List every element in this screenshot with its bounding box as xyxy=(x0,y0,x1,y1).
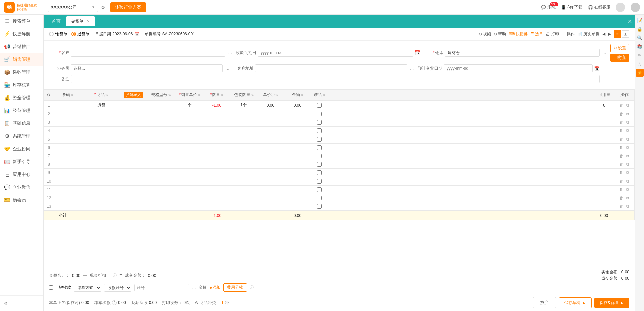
expense-help-icon[interactable]: ⓘ xyxy=(250,285,254,290)
account-select[interactable]: 收款账号 xyxy=(104,284,131,292)
delete-icon-3[interactable]: 🗑 xyxy=(619,128,623,133)
select-link[interactable]: ☰ 选单 xyxy=(530,31,543,37)
sidebar-item-guide[interactable]: 📖 新手引导 xyxy=(0,155,43,168)
sort-pack-icon[interactable]: ⇅ xyxy=(251,93,254,97)
delete-icon-9[interactable]: 🗑 xyxy=(619,179,623,184)
copy-icon-7[interactable]: ⧉ xyxy=(626,162,629,167)
operate-link[interactable]: ⋯ 操作 xyxy=(562,31,575,37)
delete-icon-12[interactable]: 🗑 xyxy=(619,204,623,209)
gift-checkbox-6[interactable] xyxy=(317,154,322,158)
prev-icon[interactable]: ◀ xyxy=(602,32,605,36)
copy-icon-2[interactable]: ⧉ xyxy=(626,120,629,125)
customer-addr-input[interactable] xyxy=(255,64,407,72)
copy-icon-8[interactable]: ⧉ xyxy=(626,170,629,175)
avatar2[interactable] xyxy=(631,3,640,12)
delete-icon-10[interactable]: 🗑 xyxy=(619,187,623,192)
radio-sale-order[interactable]: 销货单 xyxy=(49,31,67,37)
copy-icon-12[interactable]: ⧉ xyxy=(626,204,629,209)
sidebar-item-wechat[interactable]: 💬 企业微信 xyxy=(0,181,43,194)
sidebar-item-basics[interactable]: 📋 基础信息 xyxy=(0,117,43,130)
delete-icon-4[interactable]: 🗑 xyxy=(619,137,623,142)
copy-icon-5[interactable]: ⧉ xyxy=(626,145,629,150)
receive-date-input[interactable] xyxy=(258,49,413,57)
gift-checkbox-9[interactable] xyxy=(317,179,322,184)
copy-icon-1[interactable]: ⧉ xyxy=(626,112,629,116)
deficit-help-icon[interactable]: ? xyxy=(112,300,117,305)
gift-checkbox-2[interactable] xyxy=(317,120,322,125)
sort-unit-icon[interactable]: ⇅ xyxy=(198,93,200,97)
customer-more-btn[interactable]: … xyxy=(227,50,233,55)
messages-button[interactable]: 💬 消息 99+ xyxy=(541,4,556,10)
sidebar-item-inventory[interactable]: 🏪 库存核算 xyxy=(0,79,43,91)
remark-input[interactable] xyxy=(71,75,600,83)
sidebar-item-marketing[interactable]: 📢 营销推广 xyxy=(0,40,43,53)
one-click-pay-checkbox[interactable]: 一键收款 xyxy=(49,285,71,290)
gift-checkbox-8[interactable] xyxy=(317,170,322,175)
trial-button[interactable]: 体验行业方案 xyxy=(110,2,146,12)
form-settings-btn[interactable]: ⚙ 设置 xyxy=(610,44,629,52)
view-grid-btn[interactable]: ⊞ xyxy=(622,30,629,38)
right-tool-search[interactable]: 🔍 xyxy=(636,34,644,42)
sort-barcode-icon[interactable]: ⇅ xyxy=(71,93,73,97)
delete-icon-2[interactable]: 🗑 xyxy=(619,120,623,125)
sort-spec-icon[interactable]: ⇅ xyxy=(168,93,171,97)
copy-icon-3[interactable]: ⧉ xyxy=(626,128,629,133)
sidebar-item-quick-nav[interactable]: ⚡ 快捷导航 xyxy=(0,28,43,40)
delete-icon-11[interactable]: 🗑 xyxy=(619,196,623,200)
video-link[interactable]: ⊙ 视频 xyxy=(479,31,491,37)
sort-gift-icon[interactable]: ⇅ xyxy=(323,93,325,97)
right-tool-book[interactable]: 📚 xyxy=(636,42,644,50)
draft-button[interactable]: 保存草稿 ▲ xyxy=(559,297,592,308)
receive-date-calendar-icon[interactable]: 📅 xyxy=(415,50,420,55)
avatar[interactable] xyxy=(616,3,625,12)
gift-checkbox-7[interactable] xyxy=(317,162,322,167)
delete-icon-5[interactable]: 🗑 xyxy=(619,145,623,150)
sort-qty-icon[interactable]: ⇅ xyxy=(221,93,223,97)
delete-icon-6[interactable]: 🗑 xyxy=(619,154,623,158)
gift-checkbox-0[interactable] xyxy=(317,103,322,108)
tab-sale-order[interactable]: 销货单 ✕ xyxy=(66,16,95,26)
right-tool-edit[interactable]: ✏ xyxy=(636,51,644,59)
right-tool-note[interactable]: 📝 xyxy=(636,16,644,24)
sidebar-item-membership[interactable]: 🎫 畅会员 xyxy=(0,194,43,206)
sidebar-item-purchase[interactable]: 📦 采购管理 xyxy=(0,66,43,79)
warehouse-input[interactable] xyxy=(445,49,599,57)
calendar-icon[interactable]: 📅 xyxy=(134,32,139,36)
sort-amount-icon[interactable]: ⇅ xyxy=(301,93,303,97)
salesperson-more-btn[interactable]: … xyxy=(224,66,231,71)
app-download-button[interactable]: 📱 App下载 xyxy=(561,4,582,10)
add-payment-btn[interactable]: ● 添加 xyxy=(210,285,221,290)
copy-icon-9[interactable]: ⧉ xyxy=(626,179,629,184)
customer-addr-more-btn[interactable]: … xyxy=(409,66,415,71)
delete-icon-0[interactable]: 🗑 xyxy=(619,103,623,108)
tab-close-icon[interactable]: ✕ xyxy=(87,19,90,23)
copy-icon-10[interactable]: ⧉ xyxy=(626,187,629,192)
right-tool-star[interactable]: ☆ xyxy=(636,60,644,68)
sidebar-settings-button[interactable]: ⚙ xyxy=(0,298,43,308)
gift-checkbox-12[interactable] xyxy=(317,204,322,209)
copy-icon-4[interactable]: ⧉ xyxy=(626,137,629,142)
gift-checkbox-5[interactable] xyxy=(317,145,322,150)
gift-checkbox-10[interactable] xyxy=(317,187,322,192)
sidebar-item-enterprise[interactable]: 🤝 企业协同 xyxy=(0,143,43,155)
sidebar-item-apps[interactable]: 🖥 应用中心 xyxy=(0,168,43,181)
copy-icon-0[interactable]: ⧉ xyxy=(626,103,629,108)
sidebar-item-search[interactable]: ☰ 搜索菜单 xyxy=(0,15,43,28)
table-scroll[interactable]: ⚙ 条码⇅ *商品⇅ 扫码录入 规格型号⇅ *销售单位⇅ *数量⇅ 包装数量⇅ … xyxy=(44,89,635,267)
radio-return-order[interactable]: 退货单 xyxy=(71,31,89,37)
expected-date-calendar-icon[interactable]: 📅 xyxy=(594,66,600,71)
shortcut-link[interactable]: ⌨ 快捷键 xyxy=(509,31,528,37)
gift-checkbox-4[interactable] xyxy=(317,137,322,142)
cash-discount-help-icon[interactable]: ⓘ xyxy=(113,273,117,278)
scan-barcode-btn[interactable]: 扫码录入 xyxy=(124,92,143,98)
sidebar-item-operations[interactable]: 📊 经营管理 xyxy=(0,104,43,117)
delete-icon-1[interactable]: 🗑 xyxy=(619,112,623,116)
warehouse-more-btn[interactable]: … xyxy=(601,50,608,55)
sidebar-item-system[interactable]: ⚙ 系统管理 xyxy=(0,130,43,143)
sidebar-item-finance[interactable]: 💰 资金管理 xyxy=(0,91,43,104)
right-tool-orange[interactable]: ⚡ xyxy=(636,69,644,77)
sidebar-item-sales[interactable]: 🛒 销售管理 xyxy=(0,53,43,66)
discard-button[interactable]: 放弃 xyxy=(533,297,556,308)
delete-icon-7[interactable]: 🗑 xyxy=(619,162,623,167)
gift-checkbox-3[interactable] xyxy=(317,128,322,133)
